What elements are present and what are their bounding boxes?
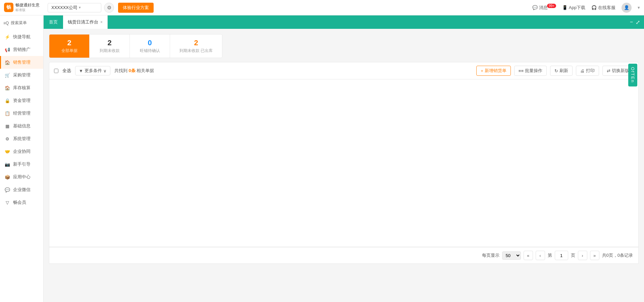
last-page-button[interactable]: » [590, 251, 599, 260]
service-icon: 🎧 [591, 5, 597, 10]
stat-label-shipped: 到期未收款 已出库 [179, 48, 213, 54]
header-right: 💬 消息 99+ 📱 App下载 🎧 在线客服 👤 ▾ [532, 3, 640, 13]
gear-icon: ⚙ [107, 5, 111, 11]
app-download-label: App下载 [569, 5, 585, 11]
settings-button[interactable]: ⚙ [104, 3, 114, 13]
select-all-checkbox[interactable] [54, 69, 58, 73]
tab-close-icon[interactable]: × [100, 20, 103, 24]
switch-icon: ⇄ [607, 68, 610, 73]
stat-card-shipped[interactable]: 2 到期未收款 已出库 [170, 35, 222, 58]
sidebar-item-purchase[interactable]: 🛒 采购管理 [0, 69, 43, 81]
logo-text: 畅捷通好生意 [15, 3, 40, 7]
stat-number-overdue: 2 [99, 39, 120, 47]
toolbar: 全选 ▼ 更多条件 ∨ 共找到 0条 相关单据 + 新增销货单 ≡≡ 批量操作 [49, 62, 639, 79]
empty-placeholder [49, 79, 638, 234]
sidebar-label-wechat: 企业微信 [13, 187, 31, 193]
sidebar-label-system: 系统管理 [13, 136, 31, 142]
logo-area: 畅 畅捷通好生意 标准版 [4, 3, 48, 12]
sidebar-icon-app-center: 📦 [4, 175, 10, 180]
avatar[interactable]: 👤 [622, 3, 632, 13]
company-name: XXXXXX公司 [51, 5, 77, 11]
batch-label: 批量操作 [525, 68, 542, 74]
sidebar-items-container: ⚡ 快捷导航 📢 营销推广 🏠 销售管理 🛒 采购管理 🏠 库存核算 🔒 资金管… [0, 31, 43, 209]
pagination-bar: 每页显示 50 10 20 100 « ‹ 第 页 › » 共0页，0条记录 [49, 247, 639, 264]
found-prefix: 共找到 [114, 68, 127, 73]
first-page-icon: « [527, 253, 529, 258]
sidebar-item-wechat[interactable]: 💬 企业微信 [0, 183, 43, 196]
message-button[interactable]: 💬 消息 99+ [532, 5, 556, 11]
chevron-down-icon: ▾ [79, 5, 81, 10]
sidebar-item-guide[interactable]: 📷 新手引导 [0, 158, 43, 171]
stat-number-pending: 0 [139, 39, 160, 47]
sidebar-item-app-center[interactable]: 📦 应用中心 [0, 171, 43, 183]
page-number-input[interactable] [555, 251, 568, 260]
prev-page-icon: ‹ [539, 253, 541, 258]
prev-page-button[interactable]: ‹ [536, 251, 545, 260]
sidebar: ≡Q 搜索菜单 ⚡ 快捷导航 📢 营销推广 🏠 销售管理 🛒 采购管理 🏠 库存… [0, 15, 44, 302]
refresh-button[interactable]: ↻ 刷新 [550, 66, 573, 76]
next-page-icon: › [582, 253, 583, 258]
online-service-button[interactable]: 🎧 在线客服 [591, 5, 615, 11]
sidebar-top: ≡Q 搜索菜单 [0, 15, 43, 31]
sidebar-item-finance[interactable]: 🔒 资金管理 [0, 94, 43, 107]
sidebar-label-quick-nav: 快捷导航 [13, 34, 31, 40]
filter-button[interactable]: ▼ 更多条件 ∨ [75, 66, 110, 75]
total-text: 共0页，0条记录 [602, 252, 633, 258]
tab-expand-button[interactable]: ⤢ [636, 19, 640, 25]
page-size-select[interactable]: 50 10 20 100 [502, 251, 521, 260]
page-label: 第 [548, 252, 552, 258]
page-size-label: 每页显示 [482, 252, 499, 258]
user-name-area[interactable]: ▾ [638, 5, 640, 10]
sidebar-label-basic-info: 基础信息 [13, 123, 31, 129]
filter-label: 更多条件 [85, 68, 102, 74]
add-label: 新增销货单 [485, 68, 506, 74]
tab-home[interactable]: 首页 [44, 15, 63, 29]
refresh-label: 刷新 [559, 68, 568, 74]
message-badge: 99+ [547, 4, 556, 8]
sidebar-item-basic-info[interactable]: ▦ 基础信息 [0, 120, 43, 132]
main-content: 2 全部单据 2 到期未收款 0 旺铺待确认 2 到期未收款 已出库 全选 ▼ … [44, 29, 644, 302]
tab-active[interactable]: 钱货日清工作台 × [63, 15, 108, 29]
sidebar-icon-wechat: 💬 [4, 187, 10, 192]
sidebar-item-quick-nav[interactable]: ⚡ 快捷导航 [0, 31, 43, 43]
filter-icon: ▼ [79, 68, 83, 73]
batch-icon: ≡≡ [519, 68, 524, 73]
app-download-button[interactable]: 📱 App下载 [562, 5, 585, 11]
sidebar-label-enterprise: 企业协同 [13, 148, 31, 155]
sidebar-item-member[interactable]: ▽ 畅会员 [0, 196, 43, 209]
print-button[interactable]: 🖨 打印 [576, 66, 599, 76]
stat-card-all[interactable]: 2 全部单据 [49, 35, 90, 58]
sidebar-icon-purchase: 🛒 [4, 73, 10, 78]
toolbar-left: 全选 ▼ 更多条件 ∨ 共找到 0条 相关单据 [54, 66, 472, 75]
sidebar-item-enterprise[interactable]: 🤝 企业协同 [0, 145, 43, 158]
sidebar-icon-guide: 📷 [4, 162, 10, 167]
sidebar-icon-operations: 📋 [4, 111, 10, 116]
sidebar-icon-quick-nav: ⚡ [4, 35, 10, 40]
print-label: 打印 [586, 68, 595, 74]
add-sales-order-button[interactable]: + 新增销货单 [476, 66, 511, 76]
search-menu-button[interactable]: ≡Q 搜索菜单 [0, 18, 43, 28]
sidebar-label-finance: 资金管理 [13, 98, 31, 104]
next-page-button[interactable]: › [578, 251, 587, 260]
toolbar-right: + 新增销货单 ≡≡ 批量操作 ↻ 刷新 🖨 打印 ⇄ 切换新版 [476, 66, 634, 76]
sidebar-item-inventory[interactable]: 🏠 库存核算 [0, 81, 43, 94]
message-label: 消息 [539, 5, 548, 11]
sidebar-label-app-center: 应用中心 [13, 174, 31, 180]
sidebar-label-member: 畅会员 [13, 199, 26, 205]
select-all-label: 全选 [62, 68, 71, 74]
sidebar-item-sales[interactable]: 🏠 销售管理 [0, 56, 43, 69]
sidebar-item-system[interactable]: ⚙ 系统管理 [0, 132, 43, 145]
tab-minimize-button[interactable]: − [630, 19, 633, 25]
batch-operation-button[interactable]: ≡≡ 批量操作 [514, 66, 547, 76]
sidebar-item-marketing[interactable]: 📢 营销推广 [0, 43, 43, 56]
first-page-button[interactable]: « [524, 251, 533, 260]
stat-card-pending[interactable]: 0 旺铺待确认 [130, 35, 170, 58]
sidebar-item-operations[interactable]: 📋 经营管理 [0, 107, 43, 120]
stat-label-pending: 旺铺待确认 [139, 48, 160, 54]
often-badge[interactable]: OfTEn [628, 64, 637, 86]
sidebar-icon-marketing: 📢 [4, 47, 10, 52]
company-selector[interactable]: XXXXXX公司 ▾ [48, 3, 101, 12]
stat-card-overdue[interactable]: 2 到期未收款 [90, 35, 130, 58]
experience-button[interactable]: 体验行业方案 [118, 3, 154, 13]
sidebar-icon-finance: 🔒 [4, 98, 10, 103]
